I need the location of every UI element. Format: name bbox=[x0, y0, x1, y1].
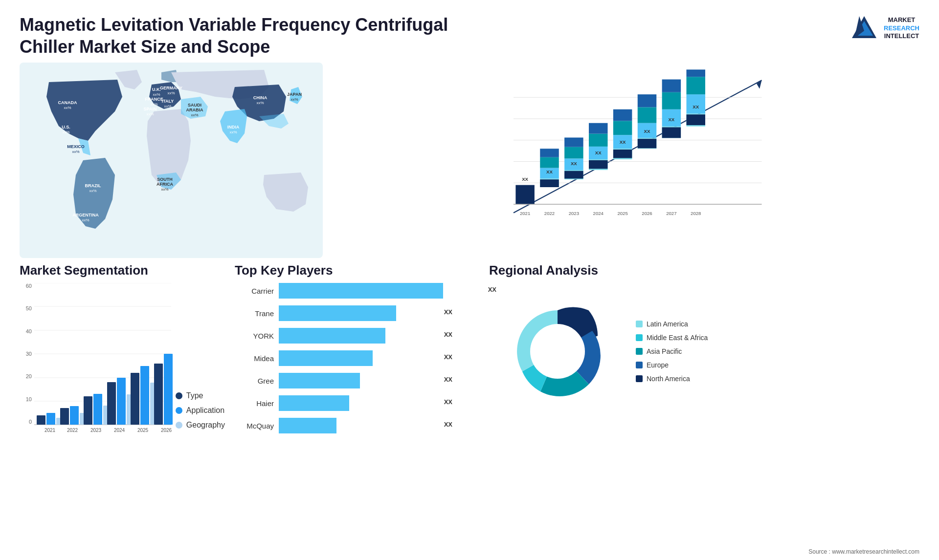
svg-rect-113 bbox=[93, 394, 102, 425]
label-north-america: North America bbox=[647, 375, 690, 383]
legend-dot-geography bbox=[176, 422, 182, 429]
y-label-0: 0 bbox=[20, 419, 32, 425]
svg-rect-104 bbox=[37, 415, 45, 425]
svg-text:SAUDI: SAUDI bbox=[188, 103, 201, 108]
svg-text:2026: 2026 bbox=[161, 428, 172, 433]
y-label-50: 50 bbox=[20, 305, 32, 311]
y-label-20: 20 bbox=[20, 373, 32, 379]
logo-area: MARKET RESEARCH INTELLECT bbox=[850, 14, 919, 43]
bottom-section: Market Segmentation 60 50 40 30 20 10 0 bbox=[0, 258, 939, 522]
player-name-midea: Midea bbox=[235, 354, 274, 363]
color-mea bbox=[636, 334, 643, 341]
svg-rect-44 bbox=[515, 185, 535, 204]
svg-text:2021: 2021 bbox=[45, 428, 56, 433]
svg-text:ARGENTINA: ARGENTINA bbox=[72, 213, 99, 217]
svg-text:ARABIA: ARABIA bbox=[186, 108, 203, 112]
svg-rect-65 bbox=[589, 160, 608, 169]
svg-text:2024: 2024 bbox=[114, 428, 125, 433]
svg-text:xx%: xx% bbox=[82, 218, 89, 222]
svg-text:CHINA: CHINA bbox=[253, 95, 268, 100]
bar-chart-section: XX 2021 XX 2022 XX 2023 XX 20 bbox=[333, 63, 919, 258]
carrier-xx: XX bbox=[488, 286, 496, 293]
player-bar-mcquay: XX bbox=[279, 418, 435, 433]
color-latin-america bbox=[636, 321, 643, 327]
bar-chart-svg: XX 2021 XX 2022 XX 2023 XX 20 bbox=[357, 67, 910, 238]
label-latin-america: Latin America bbox=[647, 320, 688, 328]
main-content: CANADA xx% U.S. xx% MEXICO xx% BRAZIL xx… bbox=[0, 63, 939, 258]
player-row-haier: Haier XX bbox=[235, 395, 479, 411]
svg-rect-105 bbox=[46, 413, 55, 425]
svg-text:xx%: xx% bbox=[72, 150, 79, 154]
seg-chart-container: 60 50 40 30 20 10 0 bbox=[20, 283, 225, 449]
svg-text:CANADA: CANADA bbox=[58, 100, 77, 105]
header: Magnetic Levitation Variable Frequency C… bbox=[0, 0, 939, 63]
legend-label-type: Type bbox=[186, 391, 203, 400]
map-section: CANADA xx% U.S. xx% MEXICO xx% BRAZIL xx… bbox=[20, 63, 323, 258]
svg-text:2022: 2022 bbox=[67, 428, 78, 433]
svg-text:XX: XX bbox=[546, 169, 553, 174]
svg-text:xx%: xx% bbox=[89, 189, 96, 193]
legend-type: Type bbox=[176, 391, 225, 400]
svg-text:XX: XX bbox=[595, 150, 602, 155]
svg-rect-72 bbox=[613, 150, 632, 158]
svg-text:xx%: xx% bbox=[150, 102, 157, 107]
svg-text:FRANCE: FRANCE bbox=[145, 97, 163, 102]
svg-rect-112 bbox=[84, 396, 92, 425]
svg-text:SOUTH: SOUTH bbox=[157, 177, 173, 182]
page-title: Magnetic Levitation Variable Frequency C… bbox=[20, 14, 460, 58]
player-bar-carrier: XX bbox=[279, 283, 479, 299]
svg-rect-92 bbox=[687, 69, 706, 77]
label-mea: Middle East & Africa bbox=[647, 334, 708, 342]
svg-text:2028: 2028 bbox=[691, 211, 701, 216]
svg-text:xx%: xx% bbox=[146, 112, 154, 116]
svg-rect-50 bbox=[540, 149, 559, 157]
svg-text:SPAIN: SPAIN bbox=[144, 107, 157, 111]
svg-text:xx%: xx% bbox=[161, 187, 168, 192]
svg-text:INDIA: INDIA bbox=[227, 125, 240, 129]
legend-europe: Europe bbox=[636, 361, 708, 369]
svg-rect-85 bbox=[662, 80, 681, 92]
svg-text:XX: XX bbox=[522, 176, 528, 182]
legend-geography: Geography bbox=[176, 421, 225, 430]
players-list: Carrier XX Trane XX YORK bbox=[235, 283, 479, 433]
svg-text:XX: XX bbox=[693, 104, 699, 109]
source-text: Source : www.marketresearchintellect.com bbox=[808, 548, 919, 555]
player-row-mcquay: McQuay XX bbox=[235, 418, 479, 433]
svg-text:2023: 2023 bbox=[90, 428, 102, 433]
svg-rect-71 bbox=[613, 109, 632, 121]
svg-rect-49 bbox=[540, 157, 559, 168]
label-asia-pacific: Asia Pacific bbox=[647, 347, 682, 355]
legend-asia-pacific: Asia Pacific bbox=[636, 347, 708, 355]
svg-rect-51 bbox=[540, 179, 559, 187]
legend-label-geography: Geography bbox=[186, 421, 225, 430]
svg-rect-120 bbox=[131, 373, 139, 425]
legend-dot-application bbox=[176, 407, 182, 414]
player-row-midea: Midea XX bbox=[235, 350, 479, 366]
svg-text:xx%: xx% bbox=[153, 92, 160, 97]
y-label-30: 30 bbox=[20, 351, 32, 357]
player-row-gree: Gree XX bbox=[235, 373, 479, 388]
svg-text:xx%: xx% bbox=[164, 104, 171, 108]
legend-label-application: Application bbox=[186, 406, 224, 415]
svg-text:2027: 2027 bbox=[666, 211, 676, 216]
svg-text:2021: 2021 bbox=[520, 211, 530, 216]
svg-rect-84 bbox=[662, 92, 681, 109]
player-row-carrier: Carrier XX bbox=[235, 283, 479, 299]
legend-latin-america: Latin America bbox=[636, 320, 708, 328]
svg-rect-125 bbox=[164, 354, 173, 425]
player-name-mcquay: McQuay bbox=[235, 422, 274, 430]
segmentation-title: Market Segmentation bbox=[20, 263, 225, 278]
svg-text:XX: XX bbox=[668, 117, 674, 122]
player-bar-gree: XX bbox=[279, 373, 435, 388]
regional-title: Regional Analysis bbox=[489, 263, 919, 278]
svg-text:2023: 2023 bbox=[569, 211, 579, 216]
svg-rect-124 bbox=[154, 364, 163, 425]
y-label-40: 40 bbox=[20, 328, 32, 334]
svg-text:BRAZIL: BRAZIL bbox=[85, 183, 101, 188]
svg-text:xx%: xx% bbox=[191, 113, 198, 117]
svg-text:2026: 2026 bbox=[642, 211, 652, 216]
svg-rect-70 bbox=[613, 121, 632, 135]
svg-text:xx%: xx% bbox=[291, 97, 298, 102]
svg-rect-121 bbox=[140, 366, 149, 425]
svg-text:xx%: xx% bbox=[64, 106, 71, 110]
